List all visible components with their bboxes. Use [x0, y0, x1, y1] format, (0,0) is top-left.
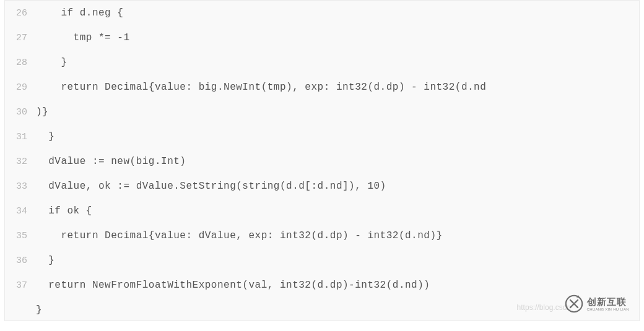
line-number: 27 — [5, 33, 36, 43]
watermark-text-en: CHUANG XIN HU LIAN — [587, 307, 629, 311]
line-number: 29 — [5, 82, 36, 93]
code-line: 34 if ok { — [5, 199, 639, 223]
line-content: if d.neg { — [36, 7, 123, 19]
watermark-url: https://blog.csdn — [517, 303, 571, 312]
line-number: 35 — [5, 231, 36, 241]
line-number: 36 — [5, 256, 36, 266]
line-number: 34 — [5, 206, 36, 217]
watermark-logo: 创新互联 CHUANG XIN HU LIAN — [565, 294, 629, 313]
line-content: tmp *= -1 — [36, 32, 130, 43]
watermark-text-cn: 创新互联 — [587, 297, 629, 306]
code-line: 30)} — [5, 100, 639, 124]
line-number: 26 — [5, 8, 36, 19]
code-line: 32 dValue := new(big.Int) — [5, 149, 639, 174]
watermark-icon — [565, 294, 583, 313]
code-line: 36 } — [5, 248, 639, 273]
code-line: 29 return Decimal{value: big.NewInt(tmp)… — [5, 75, 639, 100]
line-content: } — [36, 304, 42, 316]
code-line: 26 if d.neg { — [5, 1, 639, 25]
line-content: return NewFromFloatWithExponent(val, int… — [36, 280, 430, 291]
line-content: dValue := new(big.Int) — [36, 156, 186, 167]
code-line: 37 return NewFromFloatWithExponent(val, … — [5, 273, 639, 298]
line-number: 33 — [5, 181, 36, 192]
line-content: return Decimal{value: dValue, exp: int32… — [36, 230, 443, 241]
line-content: } — [36, 255, 54, 266]
line-number: 32 — [5, 157, 36, 167]
line-content: } — [36, 57, 67, 68]
line-number: 30 — [5, 107, 36, 118]
code-line: 28 } — [5, 50, 639, 75]
line-content: if ok { — [36, 205, 92, 217]
code-line: 31 } — [5, 124, 639, 149]
line-content: dValue, ok := dValue.SetString(string(d.… — [36, 181, 386, 192]
code-block: 26 if d.neg {27 tmp *= -128 }29 return D… — [4, 0, 640, 321]
line-number: 31 — [5, 132, 36, 142]
line-content: return Decimal{value: big.NewInt(tmp), e… — [36, 82, 486, 93]
code-line: 27 tmp *= -1 — [5, 25, 639, 50]
line-content: )} — [36, 106, 48, 118]
line-content: } — [36, 131, 54, 142]
line-number: 37 — [5, 280, 36, 291]
code-line: 35 return Decimal{value: dValue, exp: in… — [5, 223, 639, 248]
code-line: 33 dValue, ok := dValue.SetString(string… — [5, 174, 639, 199]
line-number: 28 — [5, 58, 36, 68]
